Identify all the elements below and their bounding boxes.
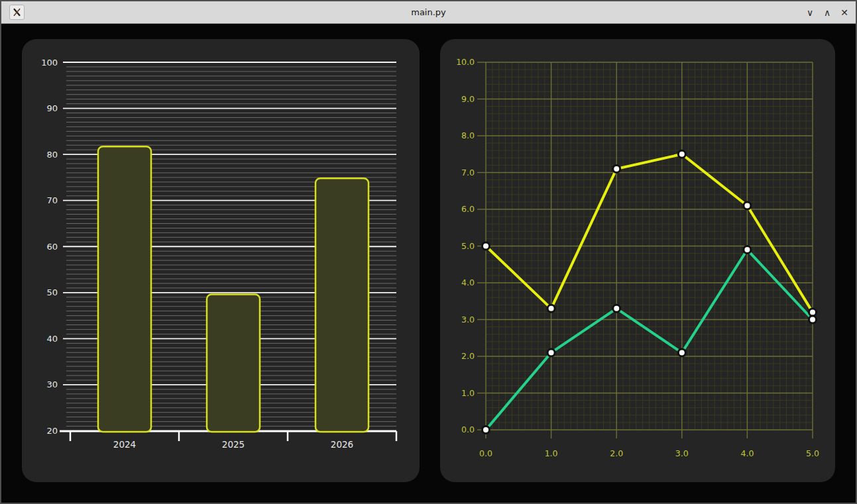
data-point (809, 316, 817, 323)
x-tick-label: 1.0 (545, 448, 558, 458)
data-point (678, 349, 685, 356)
y-tick-label: 70 (46, 195, 58, 205)
x11-icon (9, 5, 25, 20)
y-tick-label: 8.0 (461, 130, 475, 140)
window-title: main.py (411, 7, 446, 17)
x-tick-label: 5.0 (806, 448, 819, 458)
y-tick-label: 10.0 (456, 57, 475, 67)
bar-chart-panel: 2030405060708090100202420252026 (22, 39, 420, 482)
data-point (678, 150, 685, 158)
bar-chart: 2030405060708090100202420252026 (22, 39, 420, 482)
y-tick-label: 9.0 (461, 94, 475, 104)
x-tick-label: 2024 (113, 439, 136, 450)
bars: 202420252026 (98, 146, 369, 450)
data-point (547, 349, 555, 356)
y-tick-label: 3.0 (461, 315, 475, 325)
y-tick-label: 7.0 (461, 168, 475, 177)
y-tick-label: 0.0 (461, 425, 475, 434)
bar-2025 (207, 295, 260, 432)
maximize-button[interactable]: ∧ (823, 8, 832, 17)
x-tick-label: 2026 (331, 439, 353, 450)
data-point (547, 305, 555, 312)
y-tick-label: 90 (46, 103, 58, 113)
y-tick-label: 20 (46, 426, 58, 436)
y-tick-label: 5.0 (461, 241, 475, 251)
data-point (809, 309, 817, 316)
data-point (483, 427, 490, 434)
titlebar[interactable]: main.py ∨ ∧ ✕ (1, 1, 856, 24)
close-button[interactable]: ✕ (840, 8, 849, 17)
line-chart-panel: 0.01.02.03.04.05.00.01.02.03.04.05.06.07… (440, 39, 835, 482)
bar-2026 (315, 178, 369, 432)
data-point (483, 242, 490, 250)
bar-2024 (98, 146, 151, 432)
y-tick-label: 30 (46, 379, 58, 389)
x11-icon-glyph (12, 7, 22, 17)
x-tick-label: 2025 (222, 439, 245, 450)
y-tick-label: 1.0 (461, 388, 475, 398)
data-point (613, 165, 620, 172)
line-chart: 0.01.02.03.04.05.00.01.02.03.04.05.06.07… (440, 39, 835, 482)
y-tick-label: 40 (46, 334, 58, 344)
window-controls: ∨ ∧ ✕ (805, 1, 849, 23)
y-tick-label: 50 (46, 287, 58, 297)
x-tick-label: 2.0 (610, 448, 623, 458)
x-tick-label: 3.0 (675, 448, 689, 458)
y-tick-label: 4.0 (461, 277, 475, 287)
y-tick-label: 2.0 (461, 351, 475, 361)
y-tick-label: 80 (46, 150, 58, 160)
data-point (744, 246, 751, 254)
y-tick-label: 100 (41, 58, 58, 68)
major-gridlines: 0.01.02.03.04.05.00.01.02.03.04.05.06.07… (456, 57, 819, 458)
y-tick-label: 6.0 (461, 204, 475, 214)
data-point (744, 202, 751, 209)
minimize-button[interactable]: ∨ (805, 8, 815, 17)
data-point (613, 305, 620, 312)
y-tick-label: 60 (46, 242, 58, 252)
app-window: main.py ∨ ∧ ✕ 20304050607080901002024202… (0, 0, 857, 504)
x-tick-label: 4.0 (740, 448, 754, 458)
x-tick-label: 0.0 (479, 448, 492, 458)
